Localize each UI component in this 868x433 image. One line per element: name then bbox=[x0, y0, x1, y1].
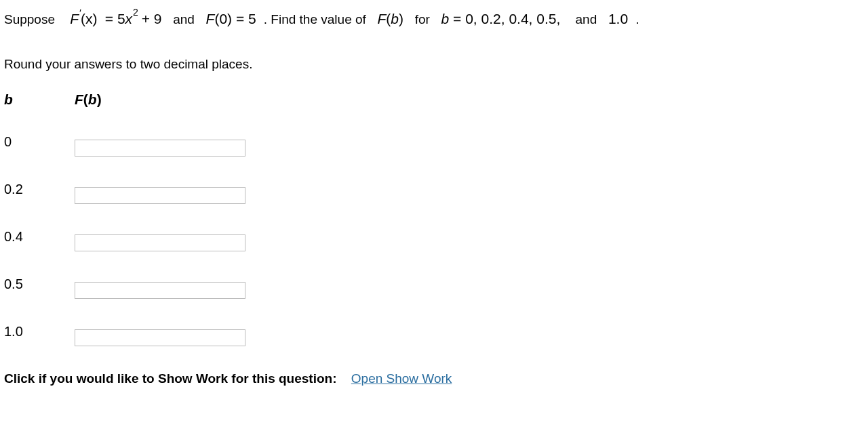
math-plus9: + 9 bbox=[142, 11, 162, 26]
cell-f-0p2 bbox=[75, 165, 281, 213]
math-f0eq5: F(0) = 5 bbox=[206, 11, 256, 26]
text-suppose: Suppose bbox=[4, 12, 55, 26]
answer-input-0[interactable] bbox=[75, 140, 245, 157]
question-container: Suppose F′(x) = 5x2 + 9 and F(0) = 5 . F… bbox=[0, 0, 868, 400]
show-work-label: Click if you would like to Show Work for… bbox=[4, 371, 337, 386]
cell-f-0 bbox=[75, 118, 281, 165]
math-1p0: 1.0 bbox=[608, 11, 628, 26]
math-f-prime-x: F′(x) bbox=[70, 5, 97, 34]
math-fb: F(b) bbox=[378, 11, 404, 26]
problem-statement: Suppose F′(x) = 5x2 + 9 and F(0) = 5 . F… bbox=[4, 5, 864, 34]
answer-input-0p4[interactable] bbox=[75, 234, 245, 251]
math-eq1: = bbox=[101, 11, 117, 26]
text-and2: and bbox=[576, 12, 597, 26]
table-row: 0.4 bbox=[4, 213, 281, 260]
math-sup-2: 2 bbox=[133, 7, 138, 18]
show-work-line: Click if you would like to Show Work for… bbox=[4, 371, 864, 386]
cell-b-0p2: 0.2 bbox=[4, 165, 75, 213]
math-5x2p9: 5x2 + 9 bbox=[117, 11, 162, 26]
show-work-link[interactable]: Open Show Work bbox=[351, 371, 452, 386]
answer-input-1p0[interactable] bbox=[75, 329, 245, 346]
text-for: for bbox=[415, 12, 430, 26]
math-bvals: b = 0, 0.2, 0.4, 0.5, bbox=[441, 11, 561, 26]
header-fb-arg: b bbox=[88, 91, 97, 107]
math-paren-x: (x) bbox=[81, 11, 98, 26]
table-header-row: b F(b) bbox=[4, 81, 281, 118]
math-F: F bbox=[70, 11, 79, 26]
cell-b-0: 0 bbox=[4, 118, 75, 165]
text-find: . Find the value of bbox=[264, 12, 366, 26]
table-row: 0.5 bbox=[4, 260, 281, 308]
cell-f-0p5 bbox=[75, 260, 281, 308]
cell-b-0p4: 0.4 bbox=[4, 213, 75, 260]
math-5x: 5 bbox=[117, 11, 125, 26]
header-fb: F(b) bbox=[75, 81, 281, 118]
cell-b-1p0: 1.0 bbox=[4, 308, 75, 355]
cell-b-0p5: 0.5 bbox=[4, 260, 75, 308]
answer-input-0p5[interactable] bbox=[75, 282, 245, 299]
table-row: 1.0 bbox=[4, 308, 281, 355]
answer-table: b F(b) 0 0.2 0.4 0.5 1 bbox=[4, 81, 281, 355]
header-b: b bbox=[4, 81, 75, 118]
cell-f-1p0 bbox=[75, 308, 281, 355]
table-row: 0 bbox=[4, 118, 281, 165]
answer-input-0p2[interactable] bbox=[75, 187, 245, 204]
table-row: 0.2 bbox=[4, 165, 281, 213]
text-and1: and bbox=[173, 12, 195, 26]
cell-f-0p4 bbox=[75, 213, 281, 260]
rounding-instruction: Round your answers to two decimal places… bbox=[4, 57, 864, 72]
eq-sign: = bbox=[105, 11, 113, 26]
text-period: . bbox=[635, 12, 639, 26]
